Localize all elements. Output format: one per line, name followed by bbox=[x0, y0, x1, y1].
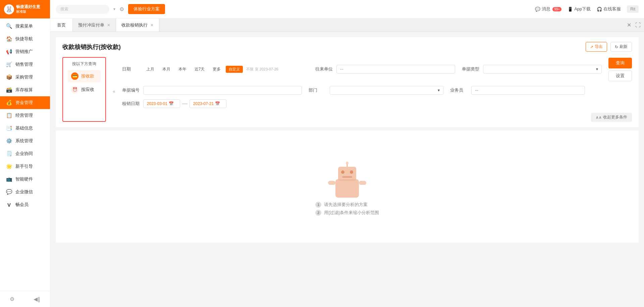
export-label: 导出 bbox=[595, 44, 603, 50]
filter-date-group: 日期 上月 本月 本年 近7天 更多 自定义 不限 至 2023-07-26 bbox=[122, 65, 309, 73]
employee-label: 业务员 bbox=[450, 87, 469, 93]
svg-point-2 bbox=[341, 170, 344, 174]
filter-actions: 查询 设置 bbox=[608, 57, 632, 81]
doctype-select[interactable]: ▾ bbox=[483, 65, 602, 73]
tab-prepay-label: 预付冲应付单 bbox=[78, 22, 104, 28]
sidebar-item-guide[interactable]: 🌟 新手引导 bbox=[0, 160, 50, 173]
verify-date-label: 核销日期 bbox=[122, 101, 141, 107]
sidebar-settings-btn[interactable]: ⚙ bbox=[7, 295, 17, 304]
user-account[interactable]: Rit bbox=[627, 5, 639, 13]
guide-icon: 🌟 bbox=[6, 163, 12, 169]
filter-doctype-group: 单据类型 ▾ bbox=[462, 65, 602, 73]
verify-date-end[interactable]: 2023-07-21 📅 bbox=[190, 99, 226, 108]
online-service-btn[interactable]: 🎧 在线客服 bbox=[597, 6, 621, 12]
collapse-row: ∧∧ 收起更多条件 bbox=[122, 113, 632, 122]
setting-button[interactable]: 设置 bbox=[608, 70, 632, 81]
sales-icon: 🛒 bbox=[6, 61, 12, 67]
tab-collection-label: 收款核销执行 bbox=[121, 22, 148, 28]
svg-rect-1 bbox=[338, 167, 356, 181]
date-btn-last-month[interactable]: 上月 bbox=[143, 65, 157, 73]
verify-date-end-value: 2023-07-21 bbox=[193, 101, 214, 106]
sidebar-collapse-btn[interactable]: ◀‖ bbox=[31, 295, 43, 304]
date-label: 日期 bbox=[122, 66, 141, 72]
tab-prepay-close-icon[interactable]: ✕ bbox=[107, 23, 110, 28]
dept-label: 部门 bbox=[309, 87, 327, 93]
date-btn-more[interactable]: 更多 bbox=[210, 65, 224, 73]
sidebar-item-search-menu[interactable]: 🔍 搜索菜单 bbox=[0, 20, 50, 33]
sidebar-item-marketing[interactable]: 📢 营销推广 bbox=[0, 45, 50, 58]
collapse-btn[interactable]: ∧∧ 收起更多条件 bbox=[591, 113, 632, 122]
refresh-icon: ↻ bbox=[615, 45, 618, 49]
sidebar-item-member[interactable]: V 畅会员 bbox=[0, 198, 50, 211]
filter-docnum-group: 单据编号 bbox=[122, 86, 302, 95]
date-btn-7days[interactable]: 近7天 bbox=[192, 65, 208, 73]
docnum-input[interactable] bbox=[143, 86, 302, 95]
tab-collection[interactable]: 收款核销执行 ✕ bbox=[116, 18, 159, 32]
tab-expand-icon[interactable]: ⛶ bbox=[635, 22, 641, 28]
sidebar-item-sales[interactable]: 🛒 销售管理 bbox=[0, 58, 50, 71]
refresh-button[interactable]: ↻ 刷新 bbox=[610, 42, 632, 52]
query-button[interactable]: 查询 bbox=[608, 58, 632, 68]
calendar-end-icon: 📅 bbox=[215, 101, 220, 106]
filter-employee-group: 业务员 ··· bbox=[450, 86, 585, 95]
filter-option-receivable-label: 按应收 bbox=[81, 87, 94, 93]
logo-title: 畅捷通好生意 bbox=[16, 4, 40, 10]
filter-option-by-collection[interactable]: 💳 按收款 bbox=[68, 70, 101, 82]
capital-icon: 💰 bbox=[6, 100, 12, 106]
sidebar-item-label: 资金管理 bbox=[15, 100, 33, 106]
filter-left-panel: 按以下方查询 💳 按收款 ⏰ 按应收 bbox=[62, 57, 106, 122]
sidebar-item-label: 畅会员 bbox=[15, 202, 29, 208]
date-btn-this-year[interactable]: 本年 bbox=[175, 65, 190, 73]
partner-select[interactable]: ··· bbox=[336, 65, 455, 73]
service-label: 在线客服 bbox=[603, 6, 621, 12]
search-menu-icon: 🔍 bbox=[6, 23, 12, 29]
filter-option-by-receivable[interactable]: ⏰ 按应收 bbox=[68, 84, 101, 96]
sidebar-item-label: 销售管理 bbox=[15, 61, 33, 67]
sidebar-item-inventory[interactable]: 🗃️ 库存核算 bbox=[0, 84, 50, 96]
sidebar-item-capital[interactable]: 💰 资金管理 bbox=[0, 96, 50, 109]
page-header-actions: ↗ 导出 ↻ 刷新 bbox=[586, 42, 632, 52]
sidebar-item-cooperation[interactable]: 🗒️ 企业协同 bbox=[0, 147, 50, 160]
app-download-btn[interactable]: 📱 App下载 bbox=[568, 6, 591, 12]
verify-date-start[interactable]: 2023-03-01 📅 bbox=[143, 99, 180, 108]
sidebar-item-hardware[interactable]: 📺 智能硬件 bbox=[0, 173, 50, 186]
export-button[interactable]: ↗ 导出 bbox=[586, 42, 607, 52]
logo-icon: 🐰 bbox=[4, 4, 14, 14]
tip-text-1: 请先选择要分析的方案 bbox=[324, 202, 368, 208]
topbar-gear-icon[interactable]: ⚙ bbox=[119, 6, 124, 12]
service-icon: 🎧 bbox=[597, 7, 602, 12]
tab-prepay[interactable]: 预付冲应付单 ✕ bbox=[73, 18, 116, 32]
sidebar-item-label: 快捷导航 bbox=[15, 36, 33, 42]
sidebar-item-label: 新手引导 bbox=[15, 163, 33, 169]
sidebar-item-basic-info[interactable]: 📑 基础信息 bbox=[0, 122, 50, 135]
tab-close-all-icon[interactable]: ✕ bbox=[627, 22, 631, 28]
tab-collection-close-icon[interactable]: ✕ bbox=[150, 23, 154, 28]
filter-verify-date-group: 核销日期 2023-03-01 📅 — 2023-07-21 📅 bbox=[122, 99, 305, 108]
sidebar-item-system[interactable]: ⚙️ 系统管理 bbox=[0, 135, 50, 147]
date-btn-this-month[interactable]: 本月 bbox=[159, 65, 173, 73]
filter-area: 按以下方查询 💳 按收款 ⏰ 按应收 « 日期 bbox=[56, 52, 639, 127]
collection-icon: 💳 bbox=[71, 72, 78, 80]
filter-form: 日期 上月 本月 本年 近7天 更多 自定义 不限 至 2023-07-26 bbox=[122, 57, 632, 122]
sidebar-item-label: 搜索菜单 bbox=[15, 23, 33, 29]
purchase-icon: 📦 bbox=[6, 74, 12, 80]
employee-select[interactable]: ··· bbox=[471, 86, 585, 95]
sidebar-item-operation[interactable]: 📋 经营管理 bbox=[0, 109, 50, 122]
message-btn[interactable]: 💬 消息 99+ bbox=[535, 6, 561, 12]
sidebar-item-wechat[interactable]: 💬 企业微信 bbox=[0, 186, 50, 198]
svg-point-3 bbox=[350, 170, 353, 174]
industry-btn[interactable]: 体验行业方案 bbox=[128, 4, 165, 14]
topbar-chevron-icon[interactable]: ▾ bbox=[113, 7, 115, 11]
sidebar-item-purchase[interactable]: 📦 采购管理 bbox=[0, 71, 50, 84]
hardware-icon: 📺 bbox=[6, 176, 12, 182]
doctype-chevron: ▾ bbox=[596, 67, 598, 71]
inventory-icon: 🗃️ bbox=[6, 87, 12, 93]
date-btn-custom[interactable]: 自定义 bbox=[226, 66, 243, 73]
filter-collapse-arrow[interactable]: « bbox=[111, 87, 117, 95]
sidebar-item-quick-nav[interactable]: 🏠 快捷导航 bbox=[0, 33, 50, 45]
dept-select[interactable]: ▾ bbox=[330, 86, 443, 95]
empty-robot-svg bbox=[325, 161, 369, 198]
tab-home[interactable]: 首页 bbox=[50, 18, 73, 32]
receivable-icon: ⏰ bbox=[71, 86, 78, 93]
sidebar: 🐰 畅捷通好生意 标准版 🔍 搜索菜单 🏠 快捷导航 📢 营销推广 🛒 销售管理… bbox=[0, 0, 50, 307]
